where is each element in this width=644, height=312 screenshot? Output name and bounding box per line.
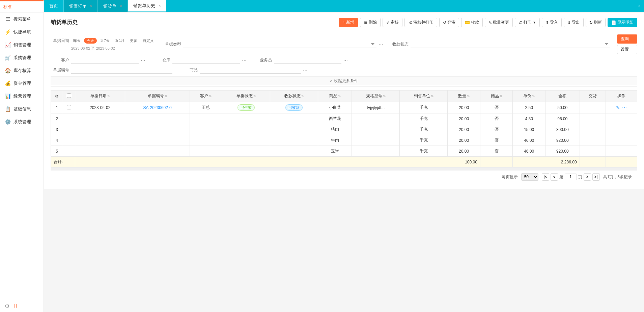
tab-sales-delivery[interactable]: 销货单 × <box>98 0 128 12</box>
row-checkbox[interactable] <box>63 102 75 113</box>
th-unit-price[interactable]: 单价⇅ <box>513 90 545 102</box>
sort-spec-icon: ⇅ <box>383 94 386 98</box>
row-doc-number[interactable] <box>125 146 190 157</box>
table-row: 4 牛肉 千克 20.00 否 46.00 920.00 <box>51 135 637 146</box>
per-page-select[interactable]: 50 100 200 <box>521 173 538 181</box>
th-spec[interactable]: 规格型号⇅ <box>352 90 400 102</box>
th-doc-status[interactable]: 单据状态⇅ <box>222 90 270 102</box>
salesperson-input[interactable] <box>274 57 341 64</box>
more-action-icon[interactable]: ⋯ <box>622 105 627 110</box>
new-button[interactable]: + 新增 <box>339 18 358 27</box>
sidebar-item-inventory[interactable]: 🏠 库存核算 <box>0 64 44 77</box>
sidebar-item-sales-mgmt[interactable]: 📈 销售管理 <box>0 38 44 51</box>
show-detail-button[interactable]: 📄 显示明细 <box>608 18 637 27</box>
doc-type-select[interactable] <box>183 41 376 48</box>
sidebar-item-quick-nav[interactable]: ⚡ 快捷导航 <box>0 26 44 38</box>
customer-input[interactable] <box>71 57 139 64</box>
row-actions <box>606 113 637 124</box>
warehouse-input[interactable] <box>172 57 240 64</box>
last-page-btn[interactable]: >| <box>592 173 600 181</box>
row-customer: 王总 <box>190 102 222 113</box>
date-custom[interactable]: 自定义 <box>141 38 156 44</box>
tab-sales-order-close[interactable]: × <box>90 4 92 8</box>
audit-print-button[interactable]: 🖨 审核并打印 <box>404 18 437 27</box>
export-button[interactable]: ⬇ 导出 <box>564 18 584 27</box>
th-settings[interactable]: ⚙ <box>51 90 63 102</box>
collect-button[interactable]: 💳 收款 <box>461 18 483 27</box>
refresh-button[interactable]: ↻ 刷新 <box>586 18 606 27</box>
salesperson-dots[interactable]: ··· <box>343 57 348 63</box>
prev-page-btn[interactable]: < <box>551 173 558 181</box>
date-today[interactable]: 今天 <box>84 38 97 44</box>
th-goods[interactable]: 商品⇅ <box>318 90 352 102</box>
goods-input[interactable] <box>200 67 301 74</box>
row-amount: 920.00 <box>545 135 580 146</box>
row-doc-number[interactable]: SA-20230602-0 <box>125 102 190 113</box>
sidebar-item-purchase-mgmt[interactable]: 🛒 采购管理 <box>0 51 44 64</box>
collect-status-select[interactable] <box>411 41 610 48</box>
th-gift[interactable]: 赠品⇅ <box>480 90 513 102</box>
print-button[interactable]: 🖨 打印 ▼ <box>515 18 540 27</box>
date-yesterday[interactable]: 昨天 <box>71 38 83 44</box>
table-container: ⚙ 单据日期⇅ 单据编号⇅ 客户⇅ 单据状态⇅ 收款状态⇅ 商品⇅ 规格型号⇅ … <box>51 90 637 167</box>
row-doc-number[interactable] <box>125 113 190 124</box>
warehouse-dots[interactable]: ··· <box>242 57 246 63</box>
row-checkbox[interactable] <box>63 135 75 146</box>
date-7days[interactable]: 近7天 <box>98 38 112 44</box>
next-page-btn[interactable]: > <box>584 173 591 181</box>
tab-home[interactable]: 首页 <box>44 0 64 12</box>
row-checkbox[interactable] <box>63 124 75 135</box>
tab-sales-delivery-close[interactable]: × <box>120 4 122 8</box>
first-page-btn[interactable]: |< <box>542 173 549 181</box>
tab-sales-history[interactable]: 销货单历史 × <box>128 0 166 12</box>
sidebar-logo: 标准 <box>0 1 44 13</box>
tab-sales-history-close[interactable]: × <box>159 4 161 8</box>
doc-number-input[interactable] <box>71 67 172 74</box>
th-doc-date[interactable]: 单据日期⇅ <box>75 90 125 102</box>
audit-button[interactable]: ✔ 审核 <box>383 18 402 27</box>
settings-bottom-icon[interactable]: ⚙ <box>5 303 9 309</box>
tab-sales-order-label: 销售订单 <box>69 3 87 9</box>
batch-change-button[interactable]: ✎ 批量变更 <box>485 18 513 27</box>
sidebar-item-sys-mgmt[interactable]: ⚙️ 系统管理 <box>0 115 44 128</box>
tab-sales-order[interactable]: 销售订单 × <box>64 0 98 12</box>
tabs-close-all[interactable]: × <box>638 4 644 8</box>
page-header: 销货单历史 + 新增 🗑 删除 ✔ 审核 🖨 审核并打印 <box>51 18 637 27</box>
pause-bottom-icon[interactable]: ⏸ <box>13 303 18 309</box>
doc-number-link[interactable]: SA-20230602-0 <box>143 105 171 110</box>
page-label: 页 <box>578 174 582 180</box>
set-button[interactable]: 设置 <box>617 45 637 54</box>
date-more[interactable]: 更多 <box>128 38 139 44</box>
row-doc-number[interactable] <box>125 135 190 146</box>
sidebar-item-search-menu[interactable]: ☰ 搜索菜单 <box>0 13 44 26</box>
table-scrollbar[interactable] <box>51 167 637 170</box>
discard-button[interactable]: ↺ 弃审 <box>439 18 459 27</box>
doc-type-dots[interactable]: ··· <box>379 41 383 47</box>
sidebar-item-finance[interactable]: 💰 资金管理 <box>0 77 44 90</box>
collapse-row[interactable]: ∧ 收起更多条件 <box>51 76 637 85</box>
row-transaction <box>580 146 606 157</box>
page-number-input[interactable] <box>565 174 577 180</box>
sidebar-item-operations[interactable]: 📊 经营管理 <box>0 90 44 103</box>
goods-dots[interactable]: ··· <box>303 67 307 73</box>
th-unit[interactable]: 销售单位⇅ <box>400 90 448 102</box>
th-collect-status[interactable]: 收款状态⇅ <box>270 90 318 102</box>
th-qty[interactable]: 数量⇅ <box>448 90 480 102</box>
select-all-checkbox[interactable] <box>67 94 71 98</box>
th-customer[interactable]: 客户⇅ <box>190 90 222 102</box>
import-button[interactable]: ⬆ 导入 <box>542 18 562 27</box>
sidebar-item-basic-info[interactable]: 📋 基础信息 <box>0 103 44 115</box>
query-button[interactable]: 查询 <box>617 34 637 44</box>
customer-dots[interactable]: ··· <box>141 57 145 63</box>
row-customer <box>190 113 222 124</box>
edit-action-icon[interactable]: ✎ <box>616 105 620 110</box>
row-checkbox[interactable] <box>63 113 75 124</box>
th-doc-number[interactable]: 单据编号⇅ <box>125 90 190 102</box>
filter-date: 单据日期 昨天 今天 近7天 近1月 更多 自定义 2023-06- <box>51 38 156 51</box>
row-checkbox[interactable] <box>63 146 75 157</box>
delete-button[interactable]: 🗑 删除 <box>360 18 381 27</box>
sidebar-item-label: 基础信息 <box>13 106 31 112</box>
row-doc-number[interactable] <box>125 124 190 135</box>
th-checkbox[interactable] <box>63 90 75 102</box>
date-1month[interactable]: 近1月 <box>113 38 127 44</box>
